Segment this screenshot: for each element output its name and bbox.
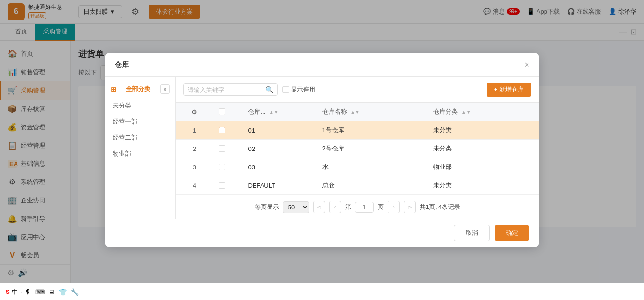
pagination: 每页显示 50 10 20 100 ⊲ ‹ 第 页 › ⊳ 共1页, 4条记录: [176, 195, 539, 219]
sort-cat-icon: ▲▼: [462, 109, 471, 115]
modal-close-button[interactable]: ×: [524, 60, 529, 70]
page-label: 第: [345, 203, 351, 211]
prev-page-btn[interactable]: ‹: [329, 201, 341, 213]
row-check[interactable]: [213, 176, 243, 195]
first-page-btn[interactable]: ⊲: [313, 201, 325, 213]
table-row[interactable]: 1 01 1号仓库 未分类: [176, 121, 539, 140]
warehouse-table: ⚙ 仓库... ▲▼ 仓库名称 ▲▼: [176, 103, 539, 195]
sort-name-icon: ▲▼: [350, 109, 360, 115]
table-header: ⚙ 仓库... ▲▼ 仓库名称 ▲▼: [176, 103, 539, 121]
row-code: 02: [242, 140, 316, 158]
modal-title: 仓库: [115, 60, 129, 69]
row-category: 未分类: [428, 121, 539, 140]
table-area: 🔍 显示停用 + 新增仓库 ⚙: [176, 77, 539, 219]
col-check-header: [213, 103, 243, 121]
row-checkbox[interactable]: [219, 164, 225, 170]
keyboard-icon[interactable]: ⌨: [35, 288, 45, 296]
row-category: 物业部: [428, 158, 539, 176]
total-info: 共1页, 4条记录: [420, 203, 461, 211]
row-num: 3: [176, 158, 213, 176]
table-row[interactable]: 4 DEFAULT 总仓 未分类: [176, 176, 539, 195]
cat-item-2[interactable]: 经营二部: [105, 130, 175, 146]
show-disabled-label[interactable]: 显示停用: [282, 85, 315, 94]
row-check[interactable]: [213, 140, 243, 158]
row-code: 03: [242, 158, 316, 176]
page-unit: 页: [378, 203, 384, 211]
row-name: 2号仓库: [317, 140, 428, 158]
mic-icon[interactable]: 🎙: [25, 288, 32, 296]
grid-icon: ⊞: [111, 86, 116, 93]
col-name-header: 仓库名称 ▲▼: [317, 103, 428, 121]
sort-code-icon: ▲▼: [269, 109, 279, 115]
table-row[interactable]: 2 02 2号仓库 未分类: [176, 140, 539, 158]
bottom-text: 中: [12, 288, 18, 296]
row-checkbox[interactable]: [219, 182, 225, 189]
cancel-button[interactable]: 取消: [454, 225, 490, 241]
col-cat-header: 仓库分类 ▲▼: [428, 103, 539, 121]
cat-item-0[interactable]: 未分类: [105, 98, 175, 114]
tool-icon[interactable]: 🔧: [71, 288, 79, 296]
table-body: 1 01 1号仓库 未分类 2: [176, 121, 539, 195]
category-all-label: 全部分类: [126, 85, 150, 93]
warehouse-modal: 仓库 × ⊞ 全部分类 « 未分类 经营一部 经营二部 物业部: [105, 53, 539, 247]
col-settings-header: ⚙: [176, 103, 213, 121]
row-num: 2: [176, 140, 213, 158]
page-size-label: 每页显示: [255, 203, 279, 211]
bottom-logo: S: [6, 288, 10, 295]
row-name: 1号仓库: [317, 121, 428, 140]
confirm-button[interactable]: 确定: [495, 225, 529, 241]
monitor-icon[interactable]: 🖥: [49, 288, 55, 296]
modal-overlay: 仓库 × ⊞ 全部分类 « 未分类 经营一部 经营二部 物业部: [0, 0, 644, 300]
search-box: 🔍: [183, 83, 278, 96]
category-sidebar: ⊞ 全部分类 « 未分类 经营一部 经营二部 物业部: [105, 77, 176, 219]
modal-footer: 取消 确定: [105, 219, 539, 247]
bottom-separator: ·: [21, 288, 23, 295]
page-size-select[interactable]: 50 10 20 100: [283, 201, 309, 213]
current-page-input[interactable]: [355, 202, 374, 213]
modal-header: 仓库 ×: [105, 53, 539, 77]
add-warehouse-button[interactable]: + 新增仓库: [487, 83, 531, 97]
row-check[interactable]: [213, 121, 243, 140]
table-row[interactable]: 3 03 水 物业部: [176, 158, 539, 176]
category-header[interactable]: ⊞ 全部分类 «: [105, 81, 175, 98]
modal-body: ⊞ 全部分类 « 未分类 经营一部 经营二部 物业部 🔍: [105, 77, 539, 219]
row-code: DEFAULT: [242, 176, 316, 195]
row-code: 01: [242, 121, 316, 140]
row-checkbox[interactable]: [219, 127, 225, 133]
row-name: 水: [317, 158, 428, 176]
row-name: 总仓: [317, 176, 428, 195]
cat-item-3[interactable]: 物业部: [105, 146, 175, 162]
row-category: 未分类: [428, 176, 539, 195]
row-checkbox[interactable]: [219, 145, 225, 152]
search-icon[interactable]: 🔍: [265, 86, 273, 93]
row-check[interactable]: [213, 158, 243, 176]
next-page-btn[interactable]: ›: [388, 201, 400, 213]
shirt-icon[interactable]: 👕: [59, 288, 67, 296]
show-disabled-checkbox[interactable]: [282, 86, 289, 93]
bottom-bar: S 中 · 🎙 ⌨ 🖥 👕 🔧: [0, 283, 644, 300]
last-page-btn[interactable]: ⊳: [404, 201, 416, 213]
table-toolbar: 🔍 显示停用 + 新增仓库: [176, 77, 539, 103]
row-num: 4: [176, 176, 213, 195]
collapse-button[interactable]: «: [160, 84, 170, 94]
data-table: ⚙ 仓库... ▲▼ 仓库名称 ▲▼: [176, 103, 539, 195]
cat-item-1[interactable]: 经营一部: [105, 114, 175, 130]
row-num: 1: [176, 121, 213, 140]
col-code-header: 仓库... ▲▼: [242, 103, 316, 121]
select-all-checkbox[interactable]: [219, 108, 225, 115]
row-category: 未分类: [428, 140, 539, 158]
search-input[interactable]: [188, 86, 265, 93]
